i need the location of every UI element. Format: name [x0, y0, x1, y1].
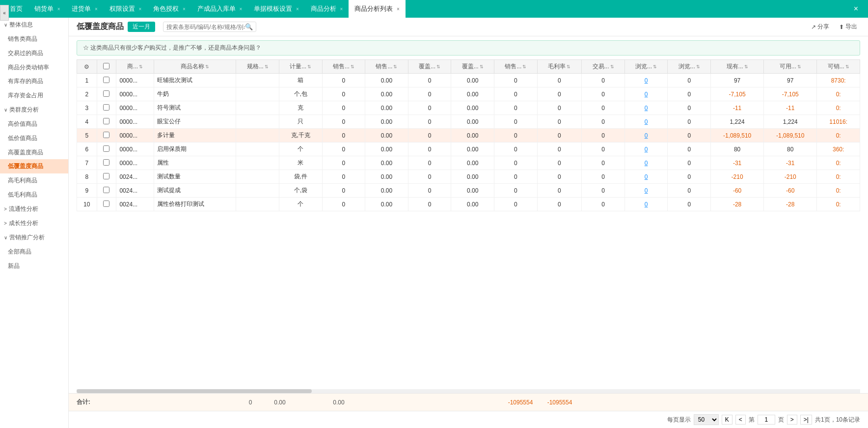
sidebar-item-all-goods[interactable]: 全部商品: [0, 245, 68, 259]
sidebar-item-traded-goods[interactable]: 交易过的商品: [0, 46, 68, 60]
cell-browse1[interactable]: 0: [624, 129, 668, 143]
cell-checkbox[interactable]: [97, 115, 116, 129]
nav-permission-settings[interactable]: 权限设置 ×: [104, 0, 147, 18]
nav-role-auth[interactable]: 角色授权 ×: [147, 0, 191, 18]
nav-close-icon[interactable]: ×: [57, 6, 60, 12]
cell-code: 0024...: [116, 170, 154, 184]
cell-code: 0000...: [116, 115, 154, 129]
horizontal-scrollbar[interactable]: [77, 389, 860, 393]
cell-checkbox[interactable]: [97, 170, 116, 184]
sidebar-item-inventory-capital[interactable]: 库存资金占用: [0, 88, 68, 103]
sidebar-collapse-button[interactable]: «: [0, 5, 9, 21]
cell-sales-amount: 0.00: [365, 129, 408, 143]
cell-gross: 0: [537, 74, 582, 87]
sidebar-item-low-coverage[interactable]: 低覆盖度商品: [0, 159, 68, 173]
cell-name: 测试提成: [154, 184, 236, 198]
nav-product-inbound[interactable]: 产成品入库单 ×: [191, 0, 248, 18]
share-button[interactable]: ↗ 分享: [808, 22, 832, 32]
sidebar-section-marketing[interactable]: ∨ 营销推广分析: [0, 230, 68, 245]
nav-purchase-order[interactable]: 进货单 ×: [66, 0, 103, 18]
sidebar-section-liquidity[interactable]: > 流通性分析: [0, 202, 68, 216]
cell-trans: 0: [582, 170, 625, 184]
scrollbar-thumb[interactable]: [77, 389, 312, 393]
cell-available: -1,089,510: [764, 129, 817, 143]
cell-code: 0000...: [116, 101, 154, 115]
sidebar-section-cluster[interactable]: ∨ 类群度分析: [0, 103, 68, 117]
first-page-button[interactable]: K: [722, 415, 732, 425]
nav-close-icon[interactable]: ×: [296, 6, 299, 12]
cell-sales-count: 0: [322, 74, 365, 87]
nav-sales-order[interactable]: 销货单 ×: [28, 0, 66, 18]
per-page-select[interactable]: 50 20 100 200: [694, 414, 719, 425]
prev-page-button[interactable]: <: [735, 415, 746, 425]
page-number-input[interactable]: [758, 415, 775, 425]
nav-close-icon[interactable]: ×: [183, 6, 186, 12]
cell-checkbox[interactable]: [97, 101, 116, 115]
chevron-down-icon: ∨: [4, 22, 7, 28]
export-button[interactable]: ⬆ 导出: [836, 22, 860, 32]
cell-sales3: 0: [494, 184, 537, 198]
cell-browse1[interactable]: 0: [624, 101, 668, 115]
cell-code: 0000...: [116, 74, 154, 87]
nav-close-icon[interactable]: ×: [240, 6, 243, 12]
nav-close-icon[interactable]: ×: [397, 6, 400, 12]
footer-label: 合计:: [77, 398, 90, 406]
nav-close-icon[interactable]: ×: [95, 6, 98, 12]
time-filter-button[interactable]: 近一月: [128, 22, 155, 32]
nav-template-settings[interactable]: 单据模板设置 ×: [248, 0, 304, 18]
cell-checkbox[interactable]: [97, 156, 116, 170]
cell-browse2: 0: [668, 115, 711, 129]
cell-sales-count: 0: [322, 170, 365, 184]
select-all-checkbox[interactable]: [103, 63, 109, 69]
cell-checkbox[interactable]: [97, 87, 116, 101]
table-row: 4 0000... 眼宝公仔 只 0 0.00 0 0.00 0 0 0 0 0…: [77, 115, 860, 129]
sidebar-item-low-gross[interactable]: 低毛利商品: [0, 188, 68, 202]
last-page-button[interactable]: >|: [800, 415, 812, 425]
sidebar-item-high-value[interactable]: 高价值商品: [0, 117, 68, 131]
cell-checkbox[interactable]: [97, 184, 116, 198]
sidebar-item-new-goods[interactable]: 新品: [0, 259, 68, 273]
sidebar-item-high-coverage[interactable]: 高覆盖度商品: [0, 145, 68, 160]
cell-sales-amount: 0.00: [365, 156, 408, 170]
cell-browse2: 0: [668, 101, 711, 115]
cell-browse1[interactable]: 0: [624, 198, 668, 211]
cell-browse2: 0: [668, 74, 711, 87]
cell-name: 旺辅批次测试: [154, 74, 236, 87]
cell-current: -11: [711, 101, 764, 115]
cell-browse1[interactable]: 0: [624, 184, 668, 198]
col-settings[interactable]: ⚙: [77, 60, 97, 74]
of-label: 页: [778, 416, 784, 424]
cell-browse1[interactable]: 0: [624, 156, 668, 170]
sidebar-item-category-turnover[interactable]: 商品分类动销率: [0, 60, 68, 75]
window-close-button[interactable]: ×: [848, 4, 864, 13]
cell-browse1[interactable]: 0: [624, 170, 668, 184]
cell-checkbox[interactable]: [97, 198, 116, 211]
search-input[interactable]: [166, 24, 245, 30]
nav-close-icon[interactable]: ×: [340, 6, 343, 12]
cell-saleable: 0:: [817, 87, 860, 101]
nav-product-analysis[interactable]: 商品分析 ×: [305, 0, 349, 18]
cell-browse2: 0: [668, 143, 711, 156]
cell-browse1[interactable]: 0: [624, 74, 668, 87]
cell-browse1[interactable]: 0: [624, 143, 668, 156]
cell-browse1[interactable]: 0: [624, 87, 668, 101]
cell-checkbox[interactable]: [97, 129, 116, 143]
cell-cov1: 0: [408, 115, 451, 129]
sidebar-item-low-value[interactable]: 低价值商品: [0, 131, 68, 145]
cell-checkbox[interactable]: [97, 143, 116, 156]
sidebar-section-growth[interactable]: > 成长性分析: [0, 216, 68, 230]
col-sales-amount: 销售...⇅: [365, 60, 408, 74]
col-checkbox[interactable]: [97, 60, 116, 74]
cell-browse1[interactable]: 0: [624, 115, 668, 129]
cell-unit: 克,千克: [279, 129, 322, 143]
nav-close-icon[interactable]: ×: [139, 6, 142, 12]
next-page-button[interactable]: >: [787, 415, 797, 425]
cell-checkbox[interactable]: [97, 74, 116, 87]
sidebar-item-stocked-goods[interactable]: 有库存的商品: [0, 74, 68, 88]
sidebar-section-overall[interactable]: ∨ 整体信息: [0, 18, 68, 32]
search-icon[interactable]: 🔍: [245, 23, 253, 30]
sidebar-item-sales-goods[interactable]: 销售类商品: [0, 32, 68, 46]
nav-product-analysis-list[interactable]: 商品分析列表 ×: [349, 0, 405, 18]
cell-cov1: 0: [408, 87, 451, 101]
sidebar-item-high-gross[interactable]: 高毛利商品: [0, 173, 68, 188]
